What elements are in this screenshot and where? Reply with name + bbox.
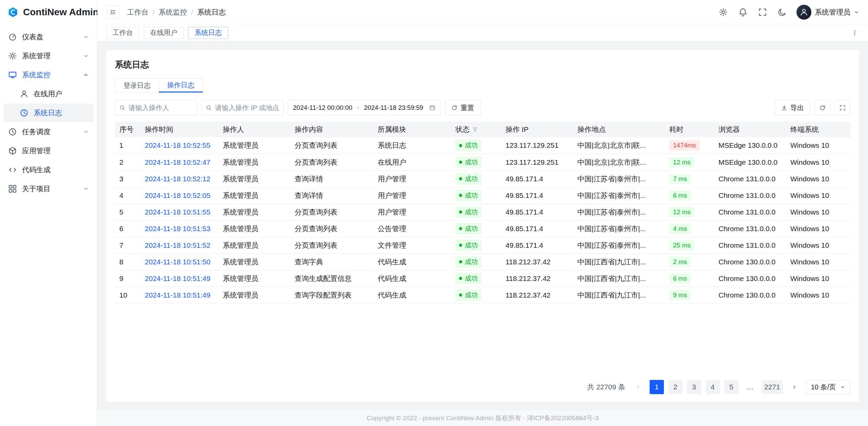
cell-location: 中国|江苏省|泰州市|... <box>573 204 665 220</box>
operator-search-input[interactable] <box>129 104 193 112</box>
page-number-button[interactable]: 1 <box>650 380 664 394</box>
operation-time-link[interactable]: 2024-11-18 10:52:55 <box>145 141 210 149</box>
operation-time-link[interactable]: 2024-11-18 10:51:49 <box>145 291 210 299</box>
sidebar-item-system-management[interactable]: 系统管理 <box>3 47 94 65</box>
cell-status: 成功 <box>451 287 501 303</box>
cell-status: 成功 <box>451 204 501 220</box>
avatar[interactable] <box>796 5 811 20</box>
status-dot-icon <box>459 210 462 214</box>
sidebar-item-label: 系统监控 <box>22 70 51 80</box>
breadcrumb-item[interactable]: 工作台 <box>127 7 149 17</box>
table-refresh-button[interactable] <box>815 100 830 116</box>
log-tabs: 登录日志 操作日志 <box>115 78 850 93</box>
operation-time-link[interactable]: 2024-11-18 10:51:52 <box>145 241 210 249</box>
cell-module: 用户管理 <box>373 204 451 220</box>
page-number-button[interactable]: 3 <box>687 380 701 394</box>
col-header-duration: 耗时 <box>665 122 714 137</box>
cell-status: 成功 <box>451 154 501 170</box>
cell-duration: 12 ms <box>665 204 714 220</box>
cell-time: 2024-11-18 10:52:47 <box>140 154 218 170</box>
tab-actions-more-icon[interactable] <box>850 28 859 37</box>
cell-ip: 49.85.171.4 <box>501 187 573 204</box>
cell-index: 10 <box>115 287 140 303</box>
next-page-button[interactable] <box>787 380 802 394</box>
settings-button[interactable] <box>718 7 729 18</box>
reset-button-label: 重置 <box>460 103 474 113</box>
copyright-text: Copyright © 2022 - present ContiNew Admi… <box>367 414 599 423</box>
page-number-button[interactable]: 4 <box>706 380 720 394</box>
cell-os: Windows 10 <box>786 204 850 220</box>
sidebar-item-about-project[interactable]: 关于项目 <box>3 180 94 198</box>
duration-badge: 25 ms <box>669 240 694 250</box>
filter-toolbar: 2024-11-12 00:00:00 - 2024-11-18 23:59:5… <box>115 100 850 116</box>
col-header-content: 操作内容 <box>290 122 373 137</box>
operation-time-link[interactable]: 2024-11-18 10:51:53 <box>145 225 210 232</box>
tab-login-log[interactable]: 登录日志 <box>115 78 159 93</box>
page-number-button[interactable]: 2 <box>668 380 683 394</box>
sidebar-item-system-log[interactable]: 系统日志 <box>3 104 94 122</box>
cell-duration: 25 ms <box>665 237 714 253</box>
date-range-separator: - <box>357 104 359 111</box>
table-row: 5 2024-11-18 10:51:55 系统管理员 分页查询列表 用户管理 … <box>115 204 850 220</box>
app-logo-icon <box>7 7 18 18</box>
user-icon <box>20 89 28 98</box>
chevron-down-icon <box>854 9 859 15</box>
operation-time-link[interactable]: 2024-11-18 10:52:47 <box>145 158 210 166</box>
col-header-index: 序号 <box>115 122 140 137</box>
reset-button[interactable]: 重置 <box>445 100 480 116</box>
operation-time-link[interactable]: 2024-11-18 10:51:49 <box>145 275 210 282</box>
table-fullscreen-button[interactable] <box>835 100 850 116</box>
cell-operator: 系统管理员 <box>218 220 290 237</box>
status-label: 成功 <box>465 241 478 250</box>
page-tab-workbench[interactable]: 工作台 <box>106 27 139 39</box>
page-tab-online-users[interactable]: 在线用户 <box>144 27 184 39</box>
cell-os: Windows 10 <box>786 287 850 303</box>
cell-time: 2024-11-18 10:52:05 <box>140 187 218 204</box>
ip-search-field[interactable] <box>201 100 283 116</box>
operation-time-link[interactable]: 2024-11-18 10:52:12 <box>145 175 210 183</box>
cell-location: 中国|江苏省|泰州市|... <box>573 220 665 237</box>
prev-page-button[interactable] <box>631 380 645 394</box>
cell-content: 分页查询列表 <box>290 137 373 154</box>
page-size-select[interactable]: 10 条/页 <box>806 380 850 394</box>
sidebar-item-online-users[interactable]: 在线用户 <box>3 85 94 103</box>
page-tab-system-log[interactable]: 系统日志 <box>188 27 228 39</box>
operation-time-link[interactable]: 2024-11-18 10:51:55 <box>145 208 210 216</box>
app-logo[interactable]: ContiNew Admin <box>0 0 97 24</box>
user-menu[interactable]: 系统管理员 <box>796 5 859 20</box>
duration-badge: 4 ms <box>669 224 691 234</box>
gear-icon <box>719 8 728 17</box>
breadcrumb-separator: / <box>153 8 155 16</box>
cell-time: 2024-11-18 10:51:52 <box>140 237 218 253</box>
operation-time-link[interactable]: 2024-11-18 10:51:50 <box>145 258 210 266</box>
cell-module: 系统日志 <box>373 137 451 154</box>
sidebar-item-dashboard[interactable]: 仪表盘 <box>3 28 94 46</box>
ip-search-input[interactable] <box>215 104 279 112</box>
sidebar-item-system-monitor[interactable]: 系统监控 <box>3 66 94 84</box>
page-number-button[interactable]: 2271 <box>762 380 783 394</box>
notifications-button[interactable] <box>737 7 748 18</box>
page-tab-label: 工作台 <box>113 28 133 37</box>
fullscreen-button[interactable] <box>757 7 768 18</box>
operator-search-field[interactable] <box>115 100 197 116</box>
sidebar-item-label: 任务调度 <box>22 127 51 137</box>
log-table-body: 1 2024-11-18 10:52:55 系统管理员 分页查询列表 系统日志 … <box>115 137 850 303</box>
sidebar-item-app-management[interactable]: 应用管理 <box>3 142 94 160</box>
sidebar-collapse-button[interactable] <box>106 5 120 19</box>
tab-operation-log[interactable]: 操作日志 <box>159 78 203 93</box>
operation-time-link[interactable]: 2024-11-18 10:52:05 <box>145 191 210 199</box>
page-number-button[interactable]: … <box>743 380 757 394</box>
sidebar-item-code-generation[interactable]: 代码生成 <box>3 161 94 179</box>
duration-badge: 12 ms <box>669 207 694 217</box>
cell-ip: 118.212.37.42 <box>501 287 573 303</box>
cell-status: 成功 <box>451 187 501 204</box>
page-number-button[interactable]: 5 <box>724 380 738 394</box>
chevron-down-icon <box>83 53 89 59</box>
sidebar-item-task-schedule[interactable]: 任务调度 <box>3 123 94 141</box>
export-button[interactable]: 导出 <box>775 100 810 116</box>
breadcrumb-item[interactable]: 系统监控 <box>159 7 187 17</box>
status-dot-icon <box>459 277 462 280</box>
status-filter-icon[interactable] <box>472 127 478 132</box>
theme-toggle-button[interactable] <box>777 7 788 18</box>
date-range-picker[interactable]: 2024-11-12 00:00:00 - 2024-11-18 23:59:5… <box>288 100 440 116</box>
